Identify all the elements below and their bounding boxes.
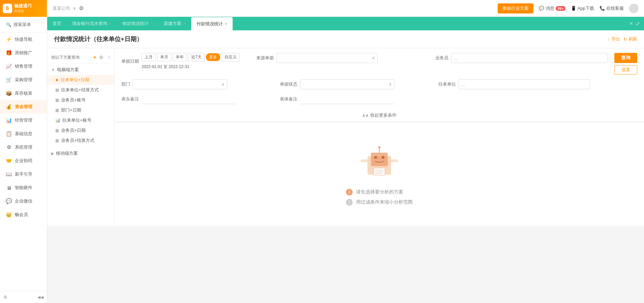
tab-payments-label: 付款情况统计	[197, 21, 223, 27]
left-panel: 按以下方案查询 + ⚙ 《 ▼ 电脑端方案 ●	[47, 48, 115, 226]
date-btn-custom[interactable]: 自定义	[222, 53, 240, 61]
counterparty-ellipsis: ...	[462, 82, 465, 87]
page-title: 付款情况统计（往来单位+日期）	[54, 35, 143, 43]
quick-nav-icon: ⚡	[5, 36, 12, 43]
sidebar-search-section: 🔍 搜索菜单	[0, 17, 47, 33]
sidebar-item-basic-info[interactable]: 📋 基础信息	[0, 127, 47, 141]
collapse-bar: ∧∧ 收起更多条件	[115, 109, 644, 122]
date-btn-this-month[interactable]: 本月	[157, 53, 171, 61]
panel-toolbar: 按以下方案查询 + ⚙ 《	[47, 52, 114, 63]
tree-item-counterparty-settle[interactable]: ▦ 往来单位+结算方式	[47, 85, 114, 95]
tree-item-counterparty-account[interactable]: 📊 往来单位+账号	[47, 115, 114, 125]
tab-fullscreen-icon[interactable]: ⤢	[636, 21, 640, 27]
svg-rect-8	[374, 168, 385, 175]
sidebar-item-label: 系统管理	[15, 144, 32, 150]
tab-receipts[interactable]: 收款情况统计 ×	[117, 17, 158, 30]
step2-num: 2	[346, 199, 353, 206]
top-bar-right: 体验行业方案 💬 消息 99+ 📱 App下载 📞 在线客服	[498, 3, 639, 13]
dropdown-arrow-icon[interactable]: ∨	[73, 6, 76, 11]
sidebar-item-finance[interactable]: 💰 资金管理	[0, 100, 47, 114]
sidebar-item-label: 快捷导航	[15, 36, 32, 42]
sales-icon: 📈	[5, 63, 12, 70]
refresh-btn[interactable]: ↻ 刷新	[623, 36, 637, 42]
app-download-btn[interactable]: 📱 App下载	[571, 5, 594, 11]
date-btn-7days[interactable]: 近7天	[188, 53, 205, 61]
svg-rect-2	[374, 156, 377, 159]
tab-cashflow[interactable]: 现金银行流水查询 ×	[67, 17, 117, 30]
tree-item-counterparty-date[interactable]: ● 往来单位+日期	[47, 75, 114, 85]
date-btn-this-year[interactable]: 本年	[173, 53, 187, 61]
tree-expand-icon: ▼	[51, 68, 55, 72]
tab-payments[interactable]: 付款情况统计 ×	[191, 17, 233, 31]
industry-btn[interactable]: 体验行业方案	[498, 3, 533, 13]
date-btn-last-month[interactable]: 上月	[142, 53, 156, 61]
tab-cashflow-close-icon[interactable]: ×	[109, 21, 112, 26]
bill-status-label: 单据状态	[280, 81, 297, 87]
app-download-label: App下载	[578, 5, 594, 11]
export-btn[interactable]: ↑ 导出	[608, 36, 620, 42]
sidebar-item-operation[interactable]: 📊 经营管理	[0, 114, 47, 127]
tab-bar-actions: × ⤢	[630, 21, 644, 27]
user-avatar[interactable]	[629, 4, 639, 13]
header-note-input[interactable]	[142, 94, 236, 104]
sidebar-item-purchase[interactable]: 🛒 采购管理	[0, 73, 47, 87]
right-panel: 单据日期 上月 本月 本年 近7天 更多 自定义	[115, 48, 644, 226]
tree-item-salesperson-settle[interactable]: ▦ 业务员+结算方式	[47, 135, 114, 146]
tab-new-plan[interactable]: 新建方案 ×	[158, 17, 191, 30]
search-menu-item[interactable]: 🔍 搜索菜单	[3, 20, 43, 30]
guide-icon: 📖	[5, 171, 12, 178]
footer-settings-icon[interactable]: ⚙	[3, 295, 7, 300]
footer-collapse-icon[interactable]: ◀◀	[37, 295, 43, 300]
sidebar-item-label: 畅会员	[15, 212, 28, 218]
tab-new-plan-close-icon[interactable]: ×	[183, 21, 186, 26]
sidebar-item-label: 库存核算	[15, 90, 32, 96]
counterparty-input[interactable]: ...	[459, 79, 590, 89]
sidebar-item-label: 资金管理	[15, 104, 32, 110]
sidebar-item-marketing[interactable]: 🎁 营销推广	[0, 46, 47, 60]
header-note-label: 表头备注	[121, 96, 139, 102]
sidebar-item-system[interactable]: ⚙ 系统管理	[0, 141, 47, 154]
date-label: 单据日期	[121, 58, 139, 64]
bill-status-select-arrow: ∨	[389, 82, 392, 87]
source-bill-select[interactable]: ∨	[276, 53, 378, 63]
sidebar-item-label: 营销推广	[15, 50, 32, 56]
content-wrapper: 按以下方案查询 + ⚙ 《 ▼ 电脑端方案 ●	[47, 48, 644, 226]
sidebar-item-guide[interactable]: 📖 新手引导	[0, 168, 47, 181]
dept-select[interactable]: ∨	[133, 79, 227, 89]
messages-btn[interactable]: 💬 消息 99+	[539, 5, 565, 11]
sidebar-item-label: 企业微信	[15, 198, 32, 204]
body-note-input[interactable]	[300, 94, 394, 104]
bill-status-select[interactable]: ∨	[300, 79, 394, 89]
tree-item-salesperson-account[interactable]: ▦ 业务员+账号	[47, 95, 114, 105]
collapse-btn[interactable]: ∧∧ 收起更多条件	[362, 112, 397, 118]
sidebar-item-label: 销售管理	[15, 63, 32, 69]
tree-mobile-header[interactable]: ▶ 移动端方案	[47, 148, 114, 158]
tab-close-all-icon[interactable]: ×	[630, 21, 633, 27]
tab-home[interactable]: 首页	[47, 17, 67, 30]
salesperson-input[interactable]: ...	[451, 53, 608, 63]
query-btn[interactable]: 查询	[614, 53, 637, 63]
sidebar-item-collab[interactable]: 🤝 企业协同	[0, 154, 47, 168]
setting-btn[interactable]: 设置	[614, 65, 637, 74]
tab-payments-close-icon[interactable]: ×	[225, 22, 227, 26]
date-btn-more[interactable]: 更多	[206, 53, 220, 61]
online-service-btn[interactable]: 📞 在线客服	[599, 5, 624, 11]
sidebar-item-sales[interactable]: 📈 销售管理	[0, 60, 47, 73]
ellipsis-value: ...	[454, 56, 458, 61]
tree-item-label: 部门+日期	[61, 107, 81, 113]
sidebar-item-hardware[interactable]: 🖥 智能硬件	[0, 181, 47, 194]
tree-item-salesperson-date[interactable]: ▦ 业务员+日期	[47, 125, 114, 135]
add-plan-icon[interactable]: +	[93, 54, 96, 60]
sidebar-item-inventory[interactable]: 📦 库存核算	[0, 87, 47, 100]
tree-item-dept-date[interactable]: ▦ 部门+日期	[47, 105, 114, 115]
settings-gear-icon[interactable]: ⚙	[79, 5, 84, 11]
collapse-panel-icon[interactable]: 《	[106, 55, 110, 60]
plan-settings-icon[interactable]: ⚙	[99, 55, 104, 60]
tab-receipts-close-icon[interactable]: ×	[151, 21, 153, 26]
tree-desktop-header[interactable]: ▼ 电脑端方案	[47, 65, 114, 75]
counterparty-label: 往来单位	[438, 81, 456, 87]
tree-item-label: 往来单位+结算方式	[61, 87, 99, 93]
sidebar-item-quick-nav[interactable]: ⚡ 快捷导航	[0, 33, 47, 46]
sidebar-item-member[interactable]: 👑 畅会员	[0, 208, 47, 221]
sidebar-item-weixin[interactable]: 💬 企业微信	[0, 194, 47, 208]
